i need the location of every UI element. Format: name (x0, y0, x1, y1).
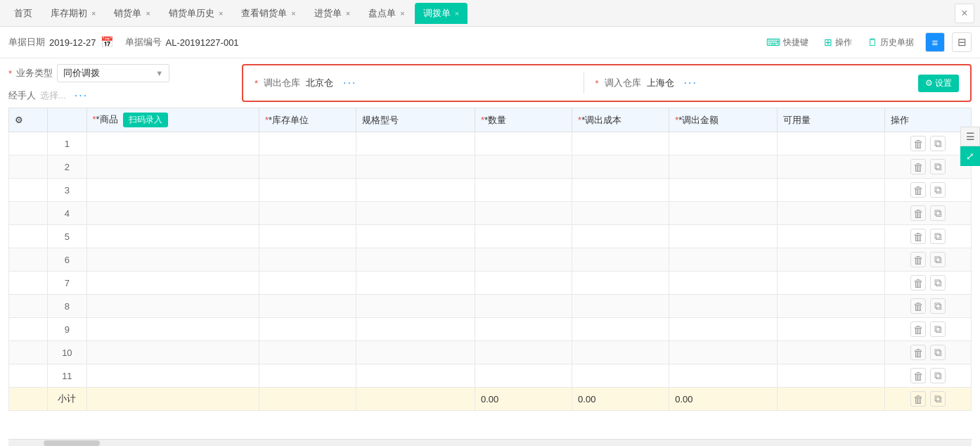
row-goods-10[interactable] (86, 364, 259, 388)
row-unit-5[interactable] (259, 248, 356, 272)
row-unit-6[interactable] (259, 272, 356, 295)
tab-view-sales-close[interactable]: × (291, 9, 295, 18)
row-goods-6[interactable] (86, 272, 259, 295)
tab-transfer[interactable]: 调拨单 × (415, 3, 468, 24)
row-cost-8[interactable] (572, 318, 669, 341)
row-qty-9[interactable] (475, 341, 572, 364)
row-amount-4[interactable] (669, 225, 777, 248)
row-qty-6[interactable] (475, 272, 572, 295)
row-delete-1[interactable]: 🗑 (910, 159, 926, 174)
row-goods-1[interactable] (86, 155, 259, 179)
row-delete-5[interactable]: 🗑 (910, 252, 926, 267)
row-copy-1[interactable]: ⧉ (930, 159, 946, 174)
row-amount-0[interactable] (669, 132, 777, 155)
row-spec-3[interactable] (356, 202, 475, 225)
row-delete-9[interactable]: 🗑 (910, 345, 926, 360)
layout-active-button[interactable]: ≡ (925, 32, 945, 52)
row-cost-9[interactable] (572, 341, 669, 364)
row-qty-1[interactable] (475, 155, 572, 179)
row-qty-3[interactable] (475, 202, 572, 225)
handler-placeholder[interactable]: 选择... (40, 89, 66, 102)
history-button[interactable]: 🗒 历史单据 (863, 34, 918, 51)
row-cost-1[interactable] (572, 155, 669, 179)
row-copy-9[interactable]: ⧉ (930, 345, 946, 360)
row-goods-0[interactable] (86, 132, 259, 155)
row-goods-2[interactable] (86, 179, 259, 202)
row-spec-4[interactable] (356, 225, 475, 248)
row-amount-1[interactable] (669, 155, 777, 179)
row-unit-4[interactable] (259, 225, 356, 248)
tab-transfer-close[interactable]: × (455, 9, 459, 18)
row-amount-6[interactable] (669, 272, 777, 295)
out-warehouse-more-button[interactable]: ··· (343, 77, 356, 89)
row-cost-10[interactable] (572, 364, 669, 388)
tab-purchase[interactable]: 进货单 × (306, 3, 359, 24)
tab-sales-history[interactable]: 销货单历史 × (160, 3, 231, 24)
row-qty-0[interactable] (475, 132, 572, 155)
row-delete-7[interactable]: 🗑 (910, 298, 926, 314)
row-unit-3[interactable] (259, 202, 356, 225)
row-goods-7[interactable] (86, 295, 259, 318)
row-cost-2[interactable] (572, 179, 669, 202)
row-unit-0[interactable] (259, 132, 356, 155)
row-goods-9[interactable] (86, 341, 259, 364)
row-unit-2[interactable] (259, 179, 356, 202)
tab-home[interactable]: 首页 (6, 3, 41, 24)
row-unit-10[interactable] (259, 364, 356, 388)
row-qty-2[interactable] (475, 179, 572, 202)
row-cost-7[interactable] (572, 295, 669, 318)
row-copy-8[interactable]: ⧉ (930, 321, 946, 337)
row-spec-10[interactable] (356, 364, 475, 388)
row-cost-6[interactable] (572, 272, 669, 295)
row-copy-6[interactable]: ⧉ (930, 275, 946, 291)
row-qty-4[interactable] (475, 225, 572, 248)
tab-sales-order[interactable]: 销货单 × (105, 3, 158, 24)
row-cost-0[interactable] (572, 132, 669, 155)
subtotal-delete-button[interactable]: 🗑 (910, 391, 926, 407)
tab-sales-order-close[interactable]: × (146, 9, 150, 18)
row-copy-10[interactable]: ⧉ (930, 368, 946, 383)
row-spec-8[interactable] (356, 318, 475, 341)
tab-inventory-init-close[interactable]: × (91, 9, 96, 18)
row-delete-2[interactable]: 🗑 (910, 182, 926, 198)
row-copy-2[interactable]: ⧉ (930, 182, 946, 198)
ops-button[interactable]: ⊞ 操作 (820, 34, 856, 51)
row-spec-1[interactable] (356, 155, 475, 179)
row-copy-0[interactable]: ⧉ (930, 136, 946, 151)
calendar-icon[interactable]: 📅 (101, 36, 114, 49)
row-goods-4[interactable] (86, 225, 259, 248)
scan-button[interactable]: 扫码录入 (123, 113, 168, 127)
row-delete-4[interactable]: 🗑 (910, 229, 926, 244)
row-amount-9[interactable] (669, 341, 777, 364)
row-amount-3[interactable] (669, 202, 777, 225)
tab-inventory-count-close[interactable]: × (400, 9, 404, 18)
row-amount-10[interactable] (669, 364, 777, 388)
tab-purchase-close[interactable]: × (346, 9, 350, 18)
row-qty-8[interactable] (475, 318, 572, 341)
row-spec-7[interactable] (356, 295, 475, 318)
row-amount-5[interactable] (669, 248, 777, 272)
float-list-button[interactable]: ☰ (960, 127, 980, 146)
row-spec-6[interactable] (356, 272, 475, 295)
row-delete-8[interactable]: 🗑 (910, 321, 926, 337)
shortcut-button[interactable]: ⌨ 快捷键 (762, 34, 813, 51)
scroll-thumb[interactable] (44, 440, 100, 446)
row-delete-0[interactable]: 🗑 (910, 136, 926, 151)
row-qty-5[interactable] (475, 248, 572, 272)
row-goods-8[interactable] (86, 318, 259, 341)
row-unit-8[interactable] (259, 318, 356, 341)
row-amount-2[interactable] (669, 179, 777, 202)
row-goods-5[interactable] (86, 248, 259, 272)
row-copy-4[interactable]: ⧉ (930, 229, 946, 244)
row-unit-7[interactable] (259, 295, 356, 318)
row-copy-5[interactable]: ⧉ (930, 252, 946, 267)
row-unit-9[interactable] (259, 341, 356, 364)
row-cost-3[interactable] (572, 202, 669, 225)
layout-alt-button[interactable]: ⊟ (952, 32, 972, 52)
row-cost-4[interactable] (572, 225, 669, 248)
row-cost-5[interactable] (572, 248, 669, 272)
row-spec-9[interactable] (356, 341, 475, 364)
handler-more-button[interactable]: ··· (75, 89, 88, 102)
row-spec-5[interactable] (356, 248, 475, 272)
row-spec-0[interactable] (356, 132, 475, 155)
